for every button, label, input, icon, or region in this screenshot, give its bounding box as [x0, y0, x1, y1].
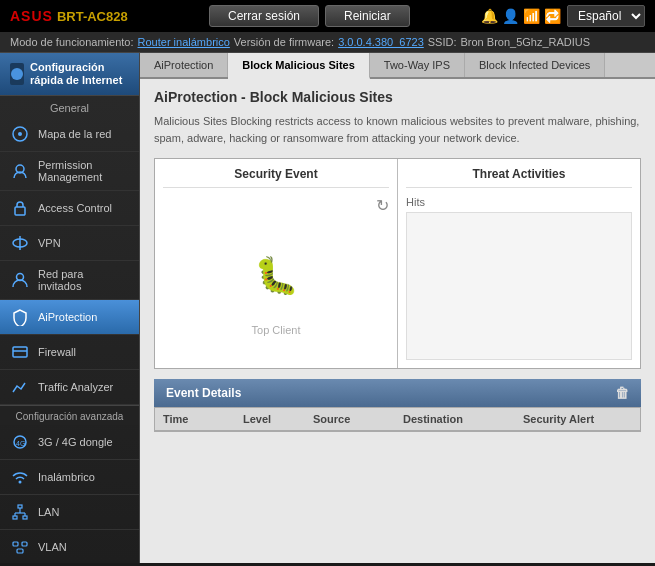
- sidebar-item-label: VLAN: [38, 541, 67, 553]
- sidebar-item-label: VPN: [38, 237, 61, 249]
- col-security-alert: Security Alert: [515, 408, 640, 430]
- security-event-header: Security Event: [163, 167, 389, 188]
- vpn-icon: [10, 233, 30, 253]
- lan-icon: [10, 502, 30, 522]
- security-panels: Security Event 🐛 ↻ Top Client Threat Act…: [154, 158, 641, 369]
- svg-rect-4: [15, 207, 25, 215]
- sidebar-item-access-control[interactable]: Access Control: [0, 191, 139, 226]
- sidebar-item-traffic-analyzer[interactable]: Traffic Analyzer: [0, 370, 139, 405]
- sidebar-item-label: Red para invitados: [38, 268, 129, 292]
- sidebar-item-network-map[interactable]: Mapa de la red: [0, 117, 139, 152]
- svg-rect-15: [23, 516, 27, 519]
- sidebar-item-label: Inalámbrico: [38, 471, 95, 483]
- sidebar-item-label: AiProtection: [38, 311, 97, 323]
- logout-button[interactable]: Cerrar sesión: [209, 5, 319, 27]
- svg-rect-21: [22, 542, 27, 546]
- network-icon: [10, 124, 30, 144]
- svg-rect-22: [17, 549, 23, 553]
- svg-point-12: [19, 481, 22, 484]
- svg-point-2: [18, 132, 22, 136]
- logo: ASUS BRT-AC828: [0, 8, 138, 24]
- refresh-button[interactable]: ↻: [376, 196, 389, 215]
- page-title: AiProtection - Block Malicious Sites: [154, 89, 641, 105]
- threat-activities-panel: Threat Activities Hits: [398, 159, 640, 368]
- mode-label: Modo de funcionamiento:: [10, 36, 134, 48]
- brand-icon: [10, 63, 24, 85]
- firewall-icon: [10, 342, 30, 362]
- sync-icon: 🔁: [544, 8, 561, 24]
- sidebar-brand[interactable]: Configuración rápida de Internet: [0, 53, 139, 95]
- header-buttons: Cerrar sesión Reiniciar: [138, 5, 481, 27]
- layout: Configuración rápida de Internet General…: [0, 53, 655, 563]
- mode-bar: Modo de funcionamiento: Router inalámbri…: [0, 32, 655, 53]
- threat-chart: [406, 212, 632, 360]
- event-table-header: Time Level Source Destination Security A…: [155, 408, 640, 431]
- svg-text:4G: 4G: [16, 440, 25, 447]
- top-client-label: Top Client: [252, 324, 301, 336]
- sidebar-item-wireless[interactable]: Inalámbrico: [0, 460, 139, 495]
- threat-activities-header: Threat Activities: [406, 167, 632, 188]
- content-description: Malicious Sites Blocking restricts acces…: [154, 113, 641, 146]
- lock-icon: [10, 198, 30, 218]
- aiprotection-icon: [10, 307, 30, 327]
- col-level: Level: [235, 408, 305, 430]
- sidebar-item-vpn[interactable]: VPN: [0, 226, 139, 261]
- sidebar-item-dongle[interactable]: 4G 3G / 4G dongle: [0, 425, 139, 460]
- header: ASUS BRT-AC828 Cerrar sesión Reiniciar 🔔…: [0, 0, 655, 32]
- router-mode-link[interactable]: Router inalámbrico: [138, 36, 230, 48]
- svg-rect-13: [18, 505, 22, 508]
- col-destination: Destination: [395, 408, 515, 430]
- svg-rect-27: [407, 213, 631, 359]
- brand-label: Configuración rápida de Internet: [30, 61, 129, 87]
- event-details-section: Event Details 🗑 Time Level Source Destin…: [154, 379, 641, 432]
- svg-rect-14: [13, 516, 17, 519]
- sidebar-item-lan[interactable]: LAN: [0, 495, 139, 530]
- trash-icon[interactable]: 🗑: [615, 385, 629, 401]
- user-icon: 👤: [502, 8, 519, 24]
- traffic-icon: [10, 377, 30, 397]
- svg-rect-20: [13, 542, 18, 546]
- tabs-bar: AiProtection Block Malicious Sites Two-W…: [140, 53, 655, 79]
- main-content: AiProtection Block Malicious Sites Two-W…: [140, 53, 655, 563]
- vlan-icon: [10, 537, 30, 557]
- firmware-version[interactable]: 3.0.0.4.380_6723: [338, 36, 424, 48]
- asus-logo: ASUS: [10, 8, 53, 24]
- language-select[interactable]: Español: [567, 5, 645, 27]
- bug-icon: 🐛: [254, 255, 299, 297]
- header-icons: 🔔 👤 📶 🔁: [481, 8, 561, 24]
- tab-two-way-ips[interactable]: Two-Way IPS: [370, 53, 465, 77]
- sidebar-item-label: 3G / 4G dongle: [38, 436, 113, 448]
- tab-block-malicious-sites[interactable]: Block Malicious Sites: [228, 53, 369, 79]
- col-source: Source: [305, 408, 395, 430]
- sidebar-item-vlan[interactable]: VLAN: [0, 530, 139, 563]
- sidebar-item-label: Traffic Analyzer: [38, 381, 113, 393]
- sidebar-item-permission[interactable]: Permission Management: [0, 152, 139, 191]
- sidebar-item-guest-network[interactable]: Red para invitados: [0, 261, 139, 300]
- sidebar-item-label: LAN: [38, 506, 59, 518]
- permission-icon: [10, 161, 30, 181]
- sidebar-item-label: Permission Management: [38, 159, 129, 183]
- sidebar-item-label: Access Control: [38, 202, 112, 214]
- sidebar-item-label: Firewall: [38, 346, 76, 358]
- section-general: General: [0, 95, 139, 117]
- guest-icon: [10, 270, 30, 290]
- event-details-title: Event Details: [166, 386, 241, 400]
- sidebar-item-aiprotection[interactable]: AiProtection: [0, 300, 139, 335]
- tab-block-infected-devices[interactable]: Block Infected Devices: [465, 53, 605, 77]
- section-advanced: Configuración avanzada: [0, 405, 139, 425]
- hits-label: Hits: [406, 196, 425, 208]
- bell-icon: 🔔: [481, 8, 498, 24]
- content-area: AiProtection - Block Malicious Sites Mal…: [140, 79, 655, 563]
- col-time: Time: [155, 408, 235, 430]
- wifi-icon: [10, 467, 30, 487]
- firmware-label: Versión de firmware:: [234, 36, 334, 48]
- tab-aiprotection[interactable]: AiProtection: [140, 53, 228, 77]
- ssid-label: SSID:: [428, 36, 457, 48]
- threat-activities-body: Hits: [406, 196, 632, 360]
- sidebar-item-firewall[interactable]: Firewall: [0, 335, 139, 370]
- svg-point-0: [11, 68, 23, 80]
- sidebar: Configuración rápida de Internet General…: [0, 53, 140, 563]
- restart-button[interactable]: Reiniciar: [325, 5, 410, 27]
- wifi-status-icon: 📶: [523, 8, 540, 24]
- model-name: BRT-AC828: [57, 9, 128, 24]
